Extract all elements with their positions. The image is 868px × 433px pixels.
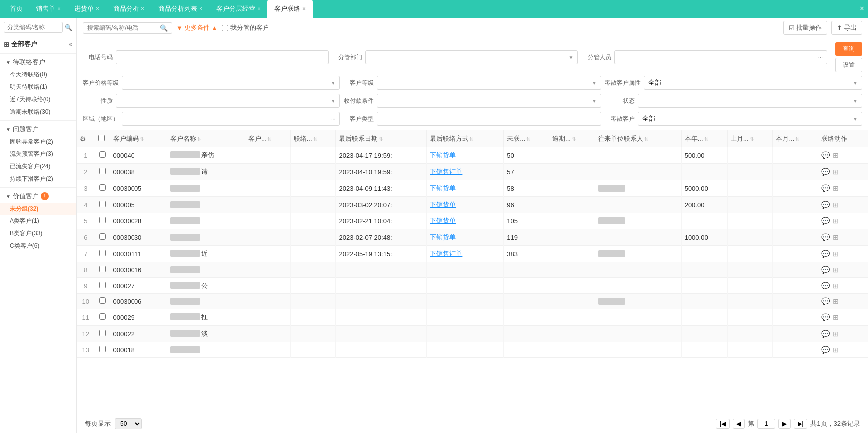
chat-icon[interactable]: 💬 <box>821 168 830 176</box>
grid-action-icon[interactable]: ⊞ <box>833 313 839 321</box>
grid-action-icon[interactable]: ⊞ <box>833 282 839 289</box>
staff-select[interactable]: ··· <box>614 50 827 64</box>
grid-action-icon[interactable]: ⊞ <box>833 201 839 209</box>
grid-action-icon[interactable]: ⊞ <box>833 151 839 159</box>
sidebar-pending-contact-header[interactable]: ▼ 待联络客户 <box>0 56 76 69</box>
td-check[interactable] <box>95 294 110 309</box>
grid-action-icon[interactable]: ⊞ <box>833 168 839 176</box>
sidebar-item-a-class[interactable]: A类客户(1) <box>0 215 76 227</box>
td-check[interactable] <box>95 309 110 326</box>
sidebar-item-churn-warning[interactable]: 流失预警客户(3) <box>0 148 76 160</box>
grid-action-icon[interactable]: ⊞ <box>833 217 839 225</box>
grid-action-icon[interactable]: ⊞ <box>833 250 839 258</box>
close-window-btn[interactable]: × <box>860 4 864 13</box>
sidebar-item-7days[interactable]: 近7天待联络(0) <box>0 93 76 106</box>
td-check[interactable] <box>95 213 110 229</box>
chat-icon[interactable]: 💬 <box>821 217 830 225</box>
row-checkbox[interactable] <box>99 233 106 240</box>
page-size-select[interactable]: 50 100 200 <box>115 418 142 429</box>
chat-icon[interactable]: 💬 <box>821 250 830 258</box>
chat-icon[interactable]: 💬 <box>821 266 830 274</box>
row-checkbox[interactable] <box>99 250 106 256</box>
sidebar-search-input[interactable] <box>4 22 63 33</box>
chat-icon[interactable]: 💬 <box>821 184 830 192</box>
td-check[interactable] <box>95 262 110 278</box>
reset-button[interactable]: 设置 <box>835 58 862 72</box>
row-checkbox[interactable] <box>99 297 106 304</box>
sidebar-item-today[interactable]: 今天待联络(0) <box>0 69 76 81</box>
price-level-select[interactable]: ▼ <box>122 76 340 90</box>
filter-more-conditions[interactable]: ▼ 更多条件 ▲ <box>176 23 218 32</box>
row-checkbox[interactable] <box>99 282 106 288</box>
row-checkbox[interactable] <box>99 330 106 336</box>
region-select[interactable]: ··· <box>122 112 340 126</box>
last-method-link[interactable]: 下销售订单 <box>430 168 462 175</box>
sidebar-item-declining[interactable]: 持续下滑客户(2) <box>0 173 76 185</box>
td-check[interactable] <box>95 180 110 197</box>
sidebar-item-b-class[interactable]: B类客户(33) <box>0 227 76 240</box>
row-checkbox[interactable] <box>99 168 106 174</box>
sidebar-item-tomorrow[interactable]: 明天待联络(1) <box>0 81 76 93</box>
sidebar-item-overdue[interactable]: 逾期未联络(30) <box>0 106 76 118</box>
tab-purchase[interactable]: 进货单 × <box>67 0 106 18</box>
phone-input[interactable] <box>116 50 329 64</box>
sort-code[interactable]: ⇅ <box>140 136 144 142</box>
grid-action-icon[interactable]: ⊞ <box>833 330 839 338</box>
row-checkbox[interactable] <box>99 346 106 352</box>
td-check[interactable] <box>95 326 110 342</box>
td-check[interactable] <box>95 278 110 294</box>
chat-icon[interactable]: 💬 <box>821 297 830 305</box>
gear-icon[interactable]: ⚙ <box>80 135 86 143</box>
page-number-input[interactable] <box>757 419 775 429</box>
tab-product-analysis[interactable]: 商品分析 × <box>106 0 151 18</box>
tab-customer-contact[interactable]: 客户联络 × <box>267 0 313 18</box>
close-customer-segment-tab[interactable]: × <box>257 0 261 18</box>
dept-select[interactable]: ▼ <box>365 50 578 64</box>
first-page-btn[interactable]: |◀ <box>716 419 730 429</box>
row-checkbox[interactable] <box>99 217 106 223</box>
close-product-analysis-list-tab[interactable]: × <box>199 0 202 18</box>
last-method-link[interactable]: 下销货单 <box>430 184 456 192</box>
tab-customer-segment[interactable]: 客户分层经营 × <box>209 0 267 18</box>
close-sales-tab[interactable]: × <box>57 0 61 18</box>
sort-contact[interactable]: ⇅ <box>313 136 317 142</box>
batch-operation-button[interactable]: ☑ 批量操作 <box>783 21 827 35</box>
retail-customer-select[interactable]: 全部▼ <box>638 112 862 126</box>
customer-type-select[interactable] <box>377 112 601 126</box>
chat-icon[interactable]: 💬 <box>821 233 830 241</box>
tab-product-analysis-list[interactable]: 商品分析列表 × <box>151 0 209 18</box>
td-check[interactable] <box>95 197 110 213</box>
last-method-link[interactable]: 下销货单 <box>430 151 456 159</box>
th-checkbox[interactable] <box>95 130 110 147</box>
last-method-link[interactable]: 下销货单 <box>430 201 456 208</box>
sort-name[interactable]: ⇅ <box>197 136 201 142</box>
select-all-checkbox[interactable] <box>98 135 105 141</box>
chat-icon[interactable]: 💬 <box>821 282 830 289</box>
row-checkbox[interactable] <box>99 151 106 158</box>
my-customers-checkbox[interactable] <box>222 25 228 31</box>
row-checkbox[interactable] <box>99 266 106 272</box>
sidebar-search-icon[interactable]: 🔍 <box>65 24 72 31</box>
sort-last-month[interactable]: ⇅ <box>750 136 754 142</box>
sidebar-value-customers-header[interactable]: ▼ 价值客户 ! <box>0 190 76 203</box>
sidebar-problem-customers-header[interactable]: ▼ 问题客户 <box>0 123 76 136</box>
grid-action-icon[interactable]: ⊞ <box>833 346 839 354</box>
sidebar-item-ungrouepd[interactable]: 未分组(32) <box>0 203 76 215</box>
sort-this-year[interactable]: ⇅ <box>704 136 708 142</box>
td-check[interactable] <box>95 229 110 246</box>
filter-search-input[interactable] <box>87 24 158 31</box>
chat-icon[interactable]: 💬 <box>821 151 830 159</box>
nature-select[interactable]: ▼ <box>116 94 340 108</box>
grid-action-icon[interactable]: ⊞ <box>833 266 839 274</box>
retail-attr-select[interactable]: 全部▼ <box>644 76 862 90</box>
close-product-analysis-tab[interactable]: × <box>141 0 144 18</box>
sidebar-item-churned[interactable]: 已流失客户(24) <box>0 160 76 173</box>
td-check[interactable] <box>95 342 110 358</box>
last-page-btn[interactable]: ▶| <box>794 419 807 429</box>
tab-sales[interactable]: 销售单 × <box>29 0 67 18</box>
sort-overdue[interactable]: ⇅ <box>572 136 576 142</box>
chat-icon[interactable]: 💬 <box>821 201 830 209</box>
td-check[interactable] <box>95 147 110 164</box>
sort-no-contact[interactable]: ⇅ <box>526 136 530 142</box>
sidebar-item-c-class[interactable]: C类客户(6) <box>0 240 76 252</box>
